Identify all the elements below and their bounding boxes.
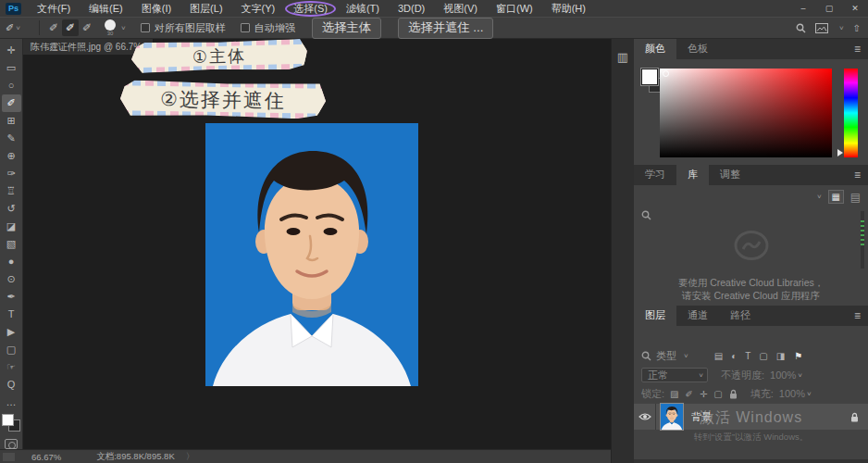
collapsed-panel-icon[interactable]: ▥ bbox=[617, 50, 628, 463]
hue-slider[interactable] bbox=[844, 69, 858, 157]
history-brush-tool[interactable]: ↺ bbox=[2, 200, 21, 218]
brush-tool[interactable]: ✑ bbox=[2, 165, 21, 182]
clone-stamp-tool[interactable]: ♖ bbox=[2, 182, 21, 200]
color-picker-cursor[interactable] bbox=[663, 70, 669, 77]
hand-tool[interactable]: ☞ bbox=[2, 358, 21, 376]
pen-tool[interactable]: ✒ bbox=[2, 288, 21, 306]
new-selection-brush-icon[interactable]: ✐ bbox=[45, 19, 62, 36]
hue-slider-arrow[interactable] bbox=[837, 149, 843, 156]
select-and-mask-button[interactable]: 选择并遮住 ... bbox=[398, 18, 493, 39]
zoom-level[interactable]: 66.67% bbox=[31, 452, 61, 462]
tab-layers[interactable]: 图层 bbox=[634, 306, 676, 326]
quick-selection-tool[interactable]: ✐ bbox=[2, 94, 21, 112]
menu-help[interactable]: 帮助(H) bbox=[542, 0, 595, 17]
menu-select[interactable]: 选择(S) bbox=[285, 1, 336, 17]
lock-icon bbox=[850, 412, 859, 422]
zoom-tool[interactable]: Q bbox=[2, 376, 21, 394]
restore-icon[interactable]: ▢ bbox=[816, 4, 842, 13]
share-icon[interactable]: ⇧ bbox=[853, 23, 861, 33]
lock-all-icon[interactable] bbox=[729, 389, 738, 399]
filter-kind-label[interactable]: 类型 bbox=[656, 349, 676, 363]
menu-type[interactable]: 文字(Y) bbox=[232, 0, 285, 17]
filter-toggle-icon[interactable]: ⚑ bbox=[794, 351, 802, 361]
quick-mask-icon[interactable] bbox=[5, 439, 18, 449]
fill-value[interactable]: 100% bbox=[779, 388, 805, 399]
tab-libraries[interactable]: 库 bbox=[676, 165, 709, 185]
spot-healing-tool[interactable]: ⊕ bbox=[2, 147, 21, 165]
blur-tool[interactable]: ● bbox=[2, 253, 21, 270]
filter-smart-object-icon[interactable]: ◨ bbox=[776, 351, 785, 361]
lock-brush-icon[interactable]: ✐ bbox=[686, 389, 693, 399]
crop-tool[interactable]: ⊞ bbox=[2, 112, 21, 130]
scrollbar[interactable] bbox=[861, 211, 864, 269]
search-icon[interactable] bbox=[641, 210, 651, 220]
tool-preset-picker[interactable]: ✐ ˅ bbox=[6, 22, 33, 34]
document-tab[interactable]: 陈伟霆证件照.jpg @ 66.7% bbox=[23, 39, 154, 55]
lasso-tool[interactable]: ○ bbox=[2, 77, 21, 94]
eraser-tool[interactable]: ◪ bbox=[2, 218, 21, 235]
list-view-icon[interactable]: ▤ bbox=[850, 191, 861, 204]
blend-mode-select[interactable]: 正常 ˅ bbox=[641, 368, 708, 382]
filter-pixel-icon[interactable]: ▤ bbox=[714, 351, 723, 361]
close-icon[interactable]: ✕ bbox=[842, 4, 868, 13]
filter-adjustment-icon[interactable]: ◐ bbox=[731, 351, 737, 361]
path-selection-tool[interactable]: ▶ bbox=[2, 323, 21, 341]
filter-type-icon[interactable]: T bbox=[745, 351, 750, 361]
saturation-brightness-field[interactable] bbox=[660, 69, 832, 157]
move-tool[interactable]: ✛ bbox=[2, 42, 21, 59]
chevron-down-icon[interactable]: ˅ bbox=[684, 352, 688, 360]
chevron-down-icon[interactable]: ˅ bbox=[817, 193, 822, 201]
menu-window[interactable]: 窗口(W) bbox=[487, 0, 542, 17]
tab-channels[interactable]: 通道 bbox=[676, 306, 719, 326]
eye-icon[interactable] bbox=[639, 412, 651, 421]
marquee-tool[interactable]: ▭ bbox=[2, 59, 21, 77]
search-icon[interactable] bbox=[796, 23, 806, 33]
tab-color[interactable]: 颜色 bbox=[634, 39, 676, 59]
opacity-value[interactable]: 100% bbox=[770, 369, 796, 381]
lock-move-icon[interactable]: ✛ bbox=[700, 389, 707, 399]
more-tools-icon[interactable]: … bbox=[2, 394, 21, 411]
visibility-cell[interactable] bbox=[634, 404, 656, 430]
chevron-down-icon[interactable]: ˅ bbox=[121, 24, 126, 32]
tab-learn[interactable]: 学习 bbox=[634, 165, 676, 185]
grid-view-icon[interactable]: ▦ bbox=[828, 190, 844, 204]
lock-artboard-icon[interactable]: ▢ bbox=[713, 389, 722, 399]
sample-all-layers-checkbox[interactable]: 对所有图层取样 bbox=[141, 21, 226, 35]
filter-shape-icon[interactable]: ▢ bbox=[759, 351, 767, 361]
dodge-tool[interactable]: ⊙ bbox=[2, 270, 21, 288]
menu-image[interactable]: 图像(I) bbox=[132, 0, 180, 17]
menu-file[interactable]: 文件(F) bbox=[28, 0, 80, 17]
panel-menu-icon[interactable]: ≡ bbox=[847, 166, 868, 185]
menu-filter[interactable]: 滤镜(T) bbox=[337, 0, 389, 17]
eyedropper-tool[interactable]: ✎ bbox=[2, 130, 21, 147]
color-swatches[interactable] bbox=[2, 414, 20, 432]
workspace-icon[interactable] bbox=[815, 23, 828, 33]
tab-adjustments[interactable]: 调整 bbox=[709, 165, 751, 185]
subtract-selection-brush-icon[interactable]: ✐ bbox=[79, 19, 95, 36]
layer-row-background[interactable]: 背景 bbox=[634, 404, 868, 430]
tab-swatches[interactable]: 色板 bbox=[676, 39, 719, 59]
lock-transparent-icon[interactable]: ▨ bbox=[670, 389, 678, 399]
add-to-selection-brush-icon[interactable]: ✐ bbox=[62, 19, 79, 36]
layer-name[interactable]: 背景 bbox=[691, 410, 712, 424]
layer-thumbnail[interactable] bbox=[661, 404, 683, 430]
type-tool[interactable]: T bbox=[2, 306, 21, 323]
select-subject-button[interactable]: 选择主体 bbox=[312, 18, 381, 39]
menu-layer[interactable]: 图层(L) bbox=[180, 0, 231, 17]
minimize-icon[interactable]: – bbox=[790, 4, 816, 13]
panel-menu-icon[interactable]: ≡ bbox=[847, 307, 868, 326]
search-icon[interactable] bbox=[641, 351, 651, 361]
chevron-down-icon[interactable]: ˅ bbox=[839, 24, 844, 32]
foreground-color-swatch[interactable] bbox=[2, 414, 14, 426]
foreground-color-swatch[interactable] bbox=[641, 69, 658, 85]
panel-menu-icon[interactable]: ≡ bbox=[847, 40, 868, 59]
brush-size-picker[interactable]: 30 bbox=[105, 19, 116, 36]
menu-view[interactable]: 视图(V) bbox=[434, 0, 487, 17]
tab-paths[interactable]: 路径 bbox=[719, 306, 762, 326]
menu-edit[interactable]: 编辑(E) bbox=[80, 0, 132, 17]
gradient-tool[interactable]: ▧ bbox=[2, 235, 21, 253]
menu-3d[interactable]: 3D(D) bbox=[389, 0, 434, 17]
auto-enhance-checkbox[interactable]: 自动增强 bbox=[241, 21, 295, 35]
status-expand-icon[interactable]: 〉 bbox=[186, 451, 195, 463]
shape-tool[interactable]: ▢ bbox=[2, 341, 21, 358]
